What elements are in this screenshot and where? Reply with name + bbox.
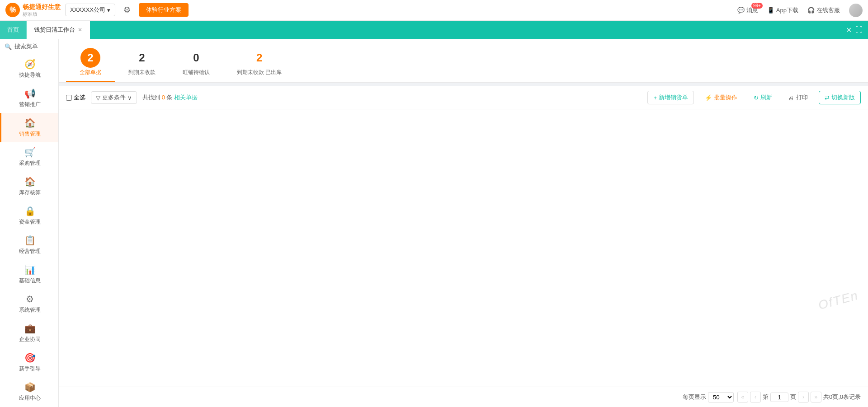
sidebar-item-purchase[interactable]: 🛒 采购管理 xyxy=(0,142,58,172)
add-sales-order-button[interactable]: + 新增销货单 xyxy=(647,91,694,104)
refresh-label: 刷新 xyxy=(760,94,772,102)
app-subtitle: 标准版 xyxy=(23,11,61,17)
close-tab-icon[interactable]: ✕ xyxy=(78,27,82,33)
message-badge: 99+ xyxy=(751,3,763,9)
minimize-icon[interactable]: ✕ xyxy=(846,26,852,34)
avatar[interactable] xyxy=(849,4,863,17)
page-size-select-input[interactable]: 50 100 200 xyxy=(708,392,734,402)
system-icon: ⚙ xyxy=(26,294,34,304)
sidebar-label-enterprise: 企业协同 xyxy=(19,336,41,343)
prev-page-button[interactable]: ‹ xyxy=(750,392,761,402)
sidebar-item-system[interactable]: ⚙ 系统管理 xyxy=(0,289,58,318)
refresh-button[interactable]: ↻ 刷新 xyxy=(748,91,778,104)
inventory-icon: 🏠 xyxy=(24,176,36,187)
sidebar-item-marketing[interactable]: 📢 营销推广 xyxy=(0,84,58,113)
sidebar-label-finance: 资金管理 xyxy=(19,218,41,226)
print-label: 打印 xyxy=(796,94,808,102)
stat-tab-overdue[interactable]: 2 到期未收款 xyxy=(115,44,169,82)
stat-label-shipped: 到期未收款 已出库 xyxy=(237,69,282,76)
home-tab-label: 首页 xyxy=(7,26,19,34)
found-link[interactable]: 相关单据 xyxy=(174,94,198,101)
filter-icon: ▽ xyxy=(96,94,100,101)
sidebar-item-sales[interactable]: 🏠 销售管理 xyxy=(0,113,58,142)
app-center-icon: 📦 xyxy=(24,382,36,393)
company-selector[interactable]: XXXXXX公司 ▾ xyxy=(65,4,115,16)
company-name: XXXXXX公司 xyxy=(70,6,105,14)
nav-tabs: 首页 钱货日清工作台 ✕ ✕ ⛶ xyxy=(0,21,868,39)
first-page-button[interactable]: « xyxy=(737,392,748,402)
stat-num-shipped: 2 xyxy=(250,48,269,68)
finance-icon: 🔒 xyxy=(24,206,36,216)
sidebar-item-finance[interactable]: 🔒 资金管理 xyxy=(0,201,58,230)
app-title: 畅捷通好生意 xyxy=(23,3,61,11)
found-count: 0 xyxy=(162,94,165,101)
total-records: 共0页,0条记录 xyxy=(823,393,861,401)
add-icon: + xyxy=(653,94,657,101)
headset-icon: 🎧 xyxy=(807,7,815,14)
sidebar-item-newbie[interactable]: 🎯 新手引导 xyxy=(0,348,58,377)
page-size-selector: 每页显示 50 100 200 xyxy=(683,392,734,402)
filter-button[interactable]: ▽ 更多条件 ∨ xyxy=(91,91,137,104)
search-menu[interactable]: 🔍 搜索菜单 xyxy=(0,39,58,54)
found-text: 共找到 0 条 相关单据 xyxy=(142,94,198,102)
table-area xyxy=(59,109,868,387)
tab-work-bench[interactable]: 钱货日清工作台 ✕ xyxy=(27,21,90,39)
next-page-button[interactable]: › xyxy=(798,392,809,402)
stat-tab-shipped[interactable]: 2 到期未收款 已出库 xyxy=(223,44,295,82)
sales-icon: 🏠 xyxy=(24,117,36,128)
checkbox-input[interactable] xyxy=(66,95,72,101)
nav-tab-actions: ✕ ⛶ xyxy=(840,26,868,34)
add-btn-label: 新增销货单 xyxy=(659,94,688,102)
chevron-down-icon: ▾ xyxy=(107,7,110,14)
app-download-item[interactable]: 📱 App下载 xyxy=(767,6,798,14)
page-number-input[interactable]: 1 xyxy=(770,393,788,402)
stat-label-overdue: 到期未收款 xyxy=(128,69,156,76)
found-unit: 条 xyxy=(166,94,172,101)
sidebar: 🔍 搜索菜单 🧭 快捷导航 📢 营销推广 🏠 销售管理 🛒 采购管理 🏠 库存核… xyxy=(0,39,59,407)
stat-tab-all[interactable]: 2 全部单据 xyxy=(66,44,115,82)
header-right: 💬 消息 99+ 📱 App下载 🎧 在线客服 xyxy=(737,4,863,17)
message-item[interactable]: 💬 消息 99+ xyxy=(737,6,758,14)
operation-icon: 📋 xyxy=(24,235,36,246)
sidebar-label-marketing: 营销推广 xyxy=(19,101,41,108)
settings-icon[interactable]: ⚙ xyxy=(120,3,134,17)
last-page-button[interactable]: » xyxy=(811,392,821,402)
stat-num-all: 2 xyxy=(80,48,100,68)
sidebar-label-newbie: 新手引导 xyxy=(19,365,41,373)
logo-icon: 畅 xyxy=(5,3,20,17)
batch-icon: ⚡ xyxy=(705,94,712,101)
print-icon: 🖨 xyxy=(788,94,794,101)
tab-home[interactable]: 首页 xyxy=(0,21,27,39)
sidebar-item-app-center[interactable]: 📦 应用中心 xyxy=(0,377,58,407)
sidebar-label-inventory: 库存核算 xyxy=(19,189,41,196)
basic-info-icon: 📊 xyxy=(24,264,36,275)
dropdown-icon: ∨ xyxy=(127,94,132,101)
batch-operation-button[interactable]: ⚡ 批量操作 xyxy=(699,91,743,104)
page-suffix: 页 xyxy=(790,393,796,401)
app-download-label: App下载 xyxy=(776,6,798,14)
toolbar-right: + 新增销货单 ⚡ 批量操作 ↻ 刷新 🖨 打印 ⇄ 切换新版 xyxy=(647,91,861,104)
online-service-item[interactable]: 🎧 在线客服 xyxy=(807,6,840,14)
sidebar-item-operation[interactable]: 📋 经营管理 xyxy=(0,230,58,260)
page-navigation: « ‹ 第 1 页 › » 共0页,0条记录 xyxy=(737,392,861,402)
compass-icon: 🧭 xyxy=(24,59,36,70)
maximize-icon[interactable]: ⛶ xyxy=(855,26,863,34)
switch-version-button[interactable]: ⇄ 切换新版 xyxy=(819,91,861,104)
trial-button[interactable]: 体验行业方案 xyxy=(139,3,189,17)
search-menu-label: 搜索菜单 xyxy=(14,42,38,51)
sidebar-item-inventory[interactable]: 🏠 库存核算 xyxy=(0,172,58,201)
refresh-icon: ↻ xyxy=(754,94,759,101)
purchase-icon: 🛒 xyxy=(24,147,36,158)
stat-tab-wangpu[interactable]: 0 旺铺待确认 xyxy=(169,44,223,82)
sidebar-item-enterprise[interactable]: 💼 企业协同 xyxy=(0,318,58,348)
message-icon: 💬 xyxy=(737,7,745,14)
newbie-icon: 🎯 xyxy=(24,352,36,363)
print-button[interactable]: 🖨 打印 xyxy=(783,91,813,104)
sidebar-label-basic-info: 基础信息 xyxy=(19,277,41,285)
online-service-label: 在线客服 xyxy=(816,6,840,14)
sidebar-item-quick-nav[interactable]: 🧭 快捷导航 xyxy=(0,54,58,84)
sidebar-item-basic-info[interactable]: 📊 基础信息 xyxy=(0,260,58,289)
toolbar: 全选 ▽ 更多条件 ∨ 共找到 0 条 相关单据 + 新增销货单 xyxy=(59,86,868,109)
found-prefix: 共找到 xyxy=(142,94,160,101)
select-all-checkbox[interactable]: 全选 xyxy=(66,94,85,102)
